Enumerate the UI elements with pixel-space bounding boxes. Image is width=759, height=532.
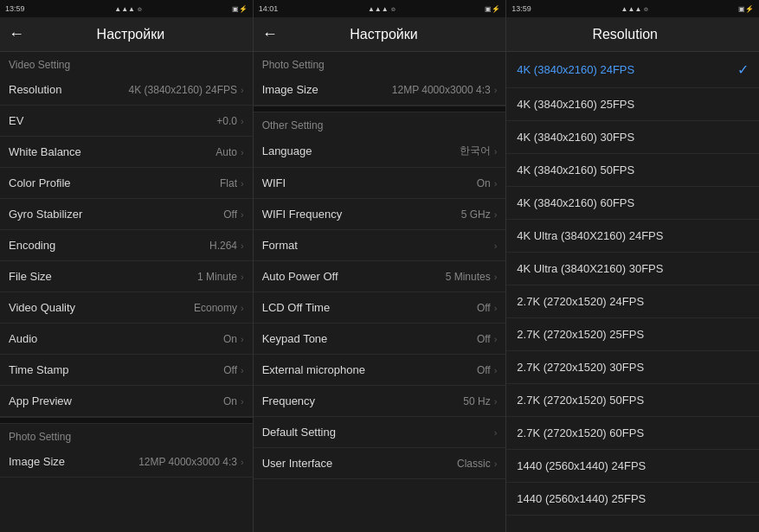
setting-row[interactable]: User InterfaceClassic›	[254, 448, 506, 479]
chevron-icon: ›	[241, 272, 244, 282]
chevron-icon: ›	[494, 146, 498, 157]
battery-icon: ▣⚡	[485, 5, 500, 13]
header: Resolution	[506, 17, 759, 52]
status-icons: ▲▲▲ ⌾	[621, 5, 649, 13]
resolution-label: 4K (3840x2160) 25FPS	[517, 98, 634, 111]
resolution-option[interactable]: 1440 (2560x1440) 25FPS	[506, 483, 759, 516]
resolution-label: 2.7K (2720x1520) 30FPS	[517, 361, 644, 374]
setting-value: 12MP 4000x3000 4:3	[138, 456, 237, 468]
setting-row[interactable]: Default Setting›	[254, 417, 506, 448]
setting-row[interactable]: External microphoneOff›	[254, 355, 506, 386]
panel-content: 4K (3840x2160) 24FPS✓4K (3840x2160) 25FP…	[506, 52, 759, 532]
resolution-option[interactable]: 4K Ultra (3840X2160) 30FPS	[506, 253, 759, 285]
resolution-option[interactable]: 2.7K (2720x1520) 60FPS	[506, 417, 759, 450]
setting-row[interactable]: Image Size12MP 4000x3000 4:3›	[254, 74, 506, 106]
setting-label: LCD Off Time	[262, 301, 477, 314]
setting-value: H.264	[209, 240, 237, 252]
setting-row[interactable]: File Size1 Minute›	[0, 261, 253, 292]
setting-value: Off	[223, 208, 237, 221]
resolution-option[interactable]: 2.7K (2720x1520) 30FPS	[506, 351, 759, 384]
resolution-option[interactable]: 2.7K (2720x1520) 50FPS	[506, 384, 759, 417]
setting-row[interactable]: Color ProfileFlat›	[0, 168, 253, 199]
resolution-option[interactable]: 4K (3840x2160) 25FPS	[506, 88, 759, 121]
setting-row[interactable]: EncodingH.264›	[0, 230, 253, 261]
setting-row[interactable]: LCD Off TimeOff›	[254, 292, 506, 324]
chevron-icon: ›	[494, 178, 498, 189]
resolution-option[interactable]: 1440 (2560x1440) 24FPS	[506, 450, 759, 483]
chevron-icon: ›	[494, 85, 498, 95]
status-time: 14:01	[259, 4, 279, 13]
setting-row[interactable]: EV+0.0›	[0, 106, 253, 137]
chevron-icon: ›	[494, 209, 498, 220]
setting-row[interactable]: Auto Power Off5 Minutes›	[254, 261, 506, 292]
setting-row[interactable]: Language한국어›	[254, 135, 506, 168]
setting-row[interactable]: Gyro StabilizerOff›	[0, 199, 253, 230]
setting-row[interactable]: Keypad ToneOff›	[254, 324, 506, 355]
setting-label: Gyro Stabilizer	[9, 208, 223, 221]
header-title: Настройки	[286, 27, 482, 42]
setting-value: 4K (3840x2160) 24FPS	[129, 84, 237, 96]
panel-1: 13:59 ▲▲▲ ⌾ ▣⚡ ←НастройкиVideo SettingRe…	[0, 0, 254, 532]
setting-label: Keypad Tone	[262, 332, 477, 345]
status-icons: ▲▲▲ ⌾	[368, 5, 396, 13]
setting-label: Resolution	[9, 83, 129, 96]
resolution-option[interactable]: 2.7K (2720x1520) 25FPS	[506, 318, 759, 351]
resolution-option[interactable]: 4K (3840x2160) 24FPS✓	[506, 52, 759, 88]
setting-value: Off	[477, 333, 491, 345]
setting-row[interactable]: AudioOn›	[0, 324, 253, 355]
chevron-icon: ›	[494, 458, 498, 469]
setting-value: 5 Minutes	[446, 271, 491, 283]
setting-label: File Size	[9, 270, 197, 283]
setting-label: EV	[9, 114, 216, 127]
section-label: Other Setting	[254, 112, 506, 135]
resolution-option[interactable]: 4K (3840x2160) 30FPS	[506, 121, 759, 154]
setting-value: 5 GHz	[461, 208, 491, 221]
setting-row[interactable]: Image Size12MP 4000x3000 4:3›	[0, 446, 253, 478]
resolution-label: 1440 (2560x1440) 25FPS	[517, 492, 646, 505]
setting-row[interactable]: Resolution4K (3840x2160) 24FPS›	[0, 74, 253, 106]
setting-row[interactable]: WIFIOn›	[254, 168, 506, 199]
setting-label: Image Size	[262, 83, 392, 96]
chevron-icon: ›	[241, 396, 244, 407]
setting-label: WIFI	[262, 176, 477, 189]
setting-row[interactable]: WIFI Frequency5 GHz›	[254, 199, 506, 230]
setting-label: Encoding	[9, 239, 209, 252]
setting-row[interactable]: Time StampOff›	[0, 355, 253, 386]
setting-label: White Balance	[9, 145, 215, 158]
setting-row[interactable]: Frequency50 Hz›	[254, 386, 506, 417]
setting-row[interactable]: Video QualityEconomy›	[0, 292, 253, 324]
chevron-icon: ›	[494, 303, 498, 313]
resolution-option[interactable]: 4K (3840x2160) 50FPS	[506, 154, 759, 187]
status-bar: 13:59 ▲▲▲ ⌾ ▣⚡	[0, 0, 253, 17]
setting-label: Time Stamp	[9, 363, 223, 376]
signal-icon: ▲▲▲	[114, 5, 135, 13]
resolution-option[interactable]: 2.7K (2720x1520) 24FPS	[506, 285, 759, 318]
setting-label: Image Size	[9, 455, 138, 468]
resolution-label: 4K (3840x2160) 60FPS	[517, 196, 634, 209]
back-button[interactable]: ←	[9, 25, 24, 43]
setting-value: Off	[477, 364, 491, 376]
resolution-label: 4K Ultra (3840X2160) 30FPS	[517, 262, 663, 275]
resolution-option[interactable]: 4K Ultra (3840X2160) 24FPS	[506, 220, 759, 253]
resolution-label: 4K (3840x2160) 50FPS	[517, 163, 634, 176]
resolution-option[interactable]: 4K (3840x2160) 60FPS	[506, 187, 759, 220]
setting-value: 1 Minute	[197, 271, 237, 283]
back-button[interactable]: ←	[262, 25, 278, 43]
setting-row[interactable]: White BalanceAuto›	[0, 137, 253, 168]
status-bar: 14:01 ▲▲▲ ⌾ ▣⚡	[254, 0, 506, 17]
section-label: Photo Setting	[254, 52, 506, 74]
setting-label: User Interface	[262, 457, 457, 470]
setting-label: Video Quality	[9, 301, 194, 314]
setting-row[interactable]: Format›	[254, 230, 506, 261]
setting-label: Audio	[9, 332, 223, 345]
setting-value: 50 Hz	[463, 395, 490, 407]
setting-row[interactable]: App PreviewOn›	[0, 386, 253, 417]
chevron-icon: ›	[494, 334, 498, 344]
setting-label: Format	[262, 239, 494, 252]
setting-label: Default Setting	[262, 426, 494, 439]
section-divider	[0, 417, 253, 424]
header-title: Настройки	[33, 27, 228, 42]
chevron-icon: ›	[494, 365, 498, 375]
setting-label: External microphone	[262, 363, 477, 376]
wifi-icon: ⌾	[138, 5, 142, 13]
